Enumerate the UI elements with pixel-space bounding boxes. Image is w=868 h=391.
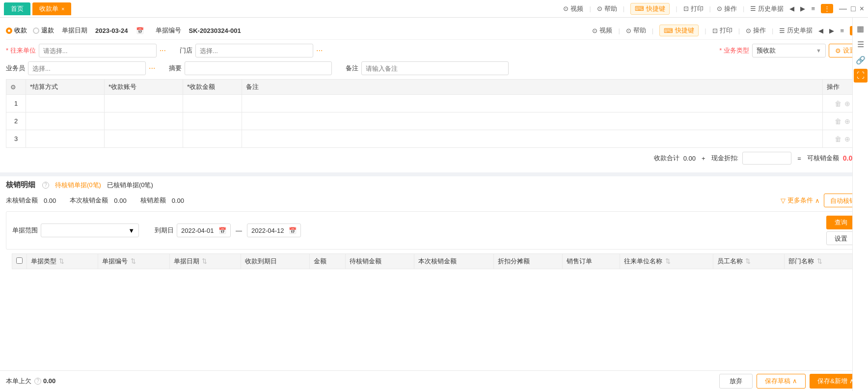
- row-remark-2[interactable]: [242, 112, 823, 130]
- form-toolbar-print[interactable]: ⊡ 打印: [712, 26, 732, 35]
- more-conditions-btn[interactable]: ▽ 更多条件 ∧: [781, 196, 820, 205]
- form-toolbar-shortcut[interactable]: ⌨ 快捷键: [659, 25, 699, 36]
- row-copy-icon-1[interactable]: ⊕: [844, 100, 850, 108]
- row-settle-3[interactable]: [26, 130, 105, 148]
- partner-label: * 往来单位: [6, 46, 36, 55]
- right-panel-screenshot-icon[interactable]: ⛶: [854, 69, 868, 83]
- base-order-info-icon[interactable]: ?: [34, 378, 41, 385]
- pending-badge[interactable]: 待核销单据(0笔): [55, 181, 101, 190]
- shop-input[interactable]: [195, 44, 313, 57]
- video-icon: ⊙: [563, 5, 569, 12]
- toolbar-prev[interactable]: ◀: [789, 5, 794, 12]
- footer: 本单上欠 ? 0.00 放弃 保存草稿 ∧ 保存&新增 ∧: [0, 370, 868, 391]
- equals-label: =: [797, 155, 801, 162]
- right-panel-table-icon[interactable]: ▦: [854, 22, 868, 35]
- sort-staff-icon[interactable]: ⇅: [745, 257, 751, 265]
- col-header-type: 单据类型 ⇅: [27, 254, 98, 269]
- row-remark-1[interactable]: [242, 95, 823, 112]
- select-all-checkbox[interactable]: [16, 257, 23, 264]
- row-account-3[interactable]: [105, 130, 183, 148]
- top-nav: 首页 收款单 × ⊙ 视频 | ⊙ 帮助 | ⌨ 快捷键 | ⊡ 打印 | ⊙ …: [0, 0, 868, 18]
- row-amount-1[interactable]: [183, 95, 242, 112]
- sort-type-icon[interactable]: ⇅: [59, 257, 64, 265]
- row-copy-icon-3[interactable]: ⊕: [844, 135, 850, 143]
- remark-input[interactable]: [361, 61, 509, 75]
- shop-more-icon[interactable]: ···: [316, 46, 323, 55]
- toolbar-operation[interactable]: ⊙ 操作: [717, 4, 737, 13]
- nav-tab-close-icon[interactable]: ×: [61, 6, 64, 12]
- radio-refund[interactable]: 退款: [33, 26, 54, 35]
- right-panel-link-icon[interactable]: 🔗: [854, 53, 868, 67]
- row-account-2[interactable]: [105, 112, 183, 130]
- row-num-3: 3: [6, 130, 26, 148]
- discount-input[interactable]: [742, 152, 791, 165]
- toolbar-shortcut[interactable]: ⌨ 快捷键: [630, 3, 670, 15]
- partner-input[interactable]: [39, 44, 157, 57]
- filter-settings-button[interactable]: 设置: [826, 231, 856, 245]
- nav-tab-receipt[interactable]: 收款单 ×: [32, 2, 71, 15]
- shop-label: 门店: [180, 46, 192, 55]
- discount-label: 现金折扣:: [711, 154, 739, 163]
- row-settle-2[interactable]: [26, 112, 105, 130]
- date-from-calendar-icon[interactable]: 📅: [218, 227, 226, 234]
- staff-more-icon[interactable]: ···: [149, 64, 155, 73]
- save-draft-button[interactable]: 保存草稿 ∧: [757, 374, 806, 389]
- current-verify-label: 本次核销金额: [70, 196, 108, 205]
- calendar-icon[interactable]: 📅: [136, 27, 144, 34]
- row-delete-icon-1[interactable]: 🗑: [835, 100, 841, 108]
- form-toolbar-help[interactable]: ⊙ 帮助: [626, 26, 646, 35]
- form-layout[interactable]: ≡: [840, 27, 844, 34]
- window-minimize-btn[interactable]: —: [839, 4, 847, 13]
- query-button[interactable]: 查询: [826, 216, 856, 229]
- row-remark-3[interactable]: [242, 130, 823, 148]
- range-select[interactable]: ▼: [41, 223, 139, 237]
- verify-header: 核销明细 ? 待核销单据(0笔) 已核销单据(0笔): [6, 180, 862, 190]
- abandon-button[interactable]: 放弃: [719, 374, 753, 389]
- row-amount-2[interactable]: [183, 112, 242, 130]
- sort-number-icon[interactable]: ⇅: [131, 257, 136, 265]
- partner-more-icon[interactable]: ···: [160, 46, 166, 55]
- toolbar-video[interactable]: ⊙ 视频: [563, 4, 583, 13]
- form-nav-prev[interactable]: ◀: [818, 27, 823, 34]
- toolbar-print[interactable]: ⊡ 打印: [683, 4, 704, 13]
- date-from-input[interactable]: 2022-04-01 📅: [177, 223, 231, 237]
- form-toolbar-operation[interactable]: ⊙ 操作: [746, 26, 766, 35]
- sort-date-icon[interactable]: ⇅: [202, 257, 207, 265]
- row-account-1[interactable]: [105, 95, 183, 112]
- verify-info-icon[interactable]: ?: [42, 182, 49, 189]
- verified-badge[interactable]: 已核销单据(0笔): [107, 181, 153, 190]
- col-header-settings[interactable]: ⚙: [6, 80, 26, 95]
- row-settle-1[interactable]: [26, 95, 105, 112]
- toolbar-history[interactable]: ☰ 历史单据: [750, 4, 784, 13]
- total-value: 0.00: [683, 155, 696, 162]
- form-toolbar-history[interactable]: ☰ 历史单据: [779, 26, 813, 35]
- toolbar-help[interactable]: ⊙ 帮助: [597, 4, 617, 13]
- nav-home[interactable]: 首页: [4, 2, 30, 15]
- range-field: 单据范围 ▼: [12, 223, 139, 237]
- window-maximize-btn[interactable]: □: [851, 4, 856, 13]
- staff-input[interactable]: [28, 61, 146, 75]
- biz-type-select[interactable]: 预收款 ▼: [752, 44, 826, 57]
- row-copy-icon-2[interactable]: ⊕: [844, 117, 850, 125]
- radio-receipt[interactable]: 收款: [6, 26, 27, 35]
- window-close-btn[interactable]: ×: [860, 4, 864, 13]
- form-print-icon: ⊡: [712, 27, 718, 34]
- col-header-staff: 员工名称 ⇅: [713, 254, 785, 269]
- sort-dept-icon[interactable]: ⇅: [817, 257, 822, 265]
- row-delete-icon-2[interactable]: 🗑: [835, 117, 841, 125]
- partner-field: * 往来单位 ···: [6, 44, 166, 57]
- toolbar-next[interactable]: ▶: [800, 5, 805, 12]
- row-amount-3[interactable]: [183, 130, 242, 148]
- form-nav-next[interactable]: ▶: [829, 27, 834, 34]
- toolbar-layout[interactable]: ≡: [811, 5, 815, 12]
- summary-input[interactable]: [185, 61, 332, 75]
- footer-info: 本单上欠 ? 0.00: [6, 377, 55, 386]
- row-delete-icon-3[interactable]: 🗑: [835, 135, 841, 143]
- right-panel-list-icon[interactable]: ☰: [854, 37, 868, 51]
- date-to-calendar-icon[interactable]: 📅: [289, 227, 297, 234]
- toolbar-more[interactable]: ⋮: [821, 4, 833, 13]
- form-toolbar-video[interactable]: ⊙ 视频: [592, 26, 612, 35]
- sort-partner-icon[interactable]: ⇅: [665, 257, 671, 265]
- date-to-input[interactable]: 2022-04-12 📅: [247, 223, 301, 237]
- table-settings-icon[interactable]: ⚙: [10, 84, 16, 91]
